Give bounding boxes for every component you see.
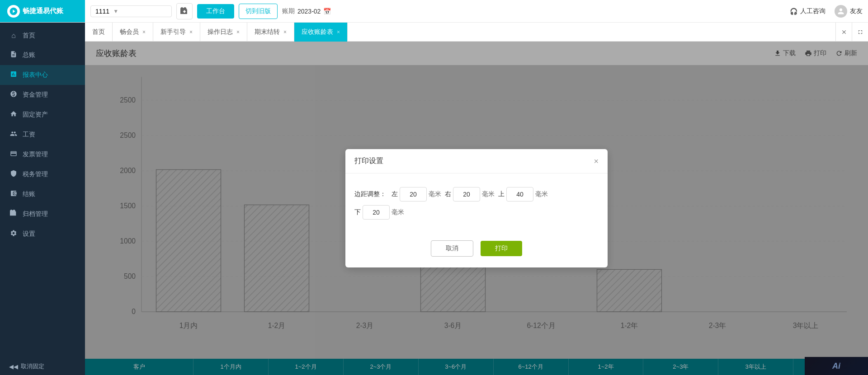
home-icon: ⌂ bbox=[9, 32, 18, 40]
sidebar-item-label: 首页 bbox=[23, 32, 35, 40]
settings-icon bbox=[9, 230, 18, 239]
bottom-label: 下 bbox=[354, 208, 361, 216]
company-name: 1111 bbox=[95, 8, 109, 15]
tab-maximize[interactable] bbox=[852, 23, 868, 42]
dropdown-icon: ▼ bbox=[113, 8, 118, 14]
left-input[interactable] bbox=[400, 187, 427, 202]
sidebar-item-label: 工资 bbox=[23, 131, 35, 139]
period-value: 2023-02 bbox=[297, 8, 321, 15]
reports-icon bbox=[9, 70, 18, 80]
margin-left-group: 左 毫米 bbox=[392, 187, 441, 202]
cancel-button[interactable]: 取消 bbox=[431, 240, 473, 257]
tab-member[interactable]: 畅会员 × bbox=[113, 23, 153, 42]
margin-label: 边距调整： bbox=[354, 190, 386, 198]
tab-bar: 首页 畅会员 × 新手引导 × 操作日志 × 期末结转 × bbox=[85, 23, 868, 42]
user-button[interactable]: 友友 bbox=[835, 5, 863, 18]
sidebar-item-label: 发票管理 bbox=[23, 150, 48, 159]
top-input[interactable] bbox=[506, 187, 533, 202]
tab-aging-close[interactable]: × bbox=[337, 29, 340, 35]
margin-top-group: 上 毫米 bbox=[498, 187, 548, 202]
archive-button[interactable] bbox=[176, 3, 193, 19]
right-label: 右 bbox=[445, 190, 451, 198]
sidebar-item-label: 总账 bbox=[23, 51, 35, 59]
sidebar-item-assets[interactable]: 固定资产 bbox=[0, 105, 85, 125]
sidebar-item-tax[interactable]: 税务管理 bbox=[0, 164, 85, 184]
modal-title: 打印设置 bbox=[354, 156, 383, 166]
company-select[interactable]: 1111 ▼ bbox=[90, 5, 172, 17]
modal-footer: 取消 打印 bbox=[345, 233, 608, 267]
right-input[interactable] bbox=[453, 187, 480, 202]
switch-button[interactable]: 切到旧版 bbox=[239, 4, 278, 19]
tab-aging[interactable]: 应收账龄表 × bbox=[294, 23, 348, 42]
tab-period-end[interactable]: 期末结转 × bbox=[247, 23, 294, 42]
period-info: 账期 2023-02 📅 bbox=[282, 7, 331, 15]
archive-icon bbox=[9, 210, 18, 219]
consult-label: 人工咨询 bbox=[800, 7, 826, 15]
sidebar-item-home[interactable]: ⌂ 首页 bbox=[0, 26, 85, 45]
sidebar-item-reports[interactable]: 报表中心 bbox=[0, 65, 85, 85]
margin-row: 边距调整： 左 毫米 右 毫米 bbox=[354, 187, 599, 220]
sidebar-footer[interactable]: ◀◀ 取消固定 bbox=[0, 358, 85, 375]
tab-member-label: 畅会员 bbox=[120, 28, 139, 36]
content-main: 应收账龄表 下载 打印 刷新 bbox=[85, 42, 868, 375]
sidebar-item-settlement[interactable]: 结账 bbox=[0, 184, 85, 204]
tab-guide-close[interactable]: × bbox=[189, 29, 193, 35]
sidebar: ⌂ 首页 总账 报表中心 bbox=[0, 23, 85, 375]
sidebar-item-label: 固定资产 bbox=[23, 111, 48, 119]
sidebar-item-label: 报表中心 bbox=[23, 71, 48, 79]
tab-guide-label: 新手引导 bbox=[160, 28, 186, 36]
consult-button[interactable]: 🎧 人工咨询 bbox=[790, 7, 826, 15]
calendar-icon[interactable]: 📅 bbox=[323, 8, 331, 15]
left-unit: 毫米 bbox=[429, 190, 441, 198]
tab-period-end-close[interactable]: × bbox=[283, 29, 287, 35]
sidebar-item-settings[interactable]: 设置 bbox=[0, 224, 85, 244]
logo-text: 畅捷通易代账 bbox=[23, 7, 63, 15]
sidebar-nav: ⌂ 首页 总账 报表中心 bbox=[0, 23, 85, 358]
margin-bottom-group: 下 毫米 bbox=[354, 205, 404, 220]
top-unit: 毫米 bbox=[535, 190, 548, 198]
tab-log[interactable]: 操作日志 × bbox=[200, 23, 247, 42]
sidebar-footer-label: 取消固定 bbox=[21, 362, 44, 370]
sidebar-item-label: 设置 bbox=[23, 230, 35, 238]
user-label: 友友 bbox=[850, 7, 863, 15]
sidebar-item-funds[interactable]: 资金管理 bbox=[0, 85, 85, 105]
print-confirm-button[interactable]: 打印 bbox=[481, 241, 522, 256]
avatar bbox=[835, 5, 847, 18]
margin-right-group: 右 毫米 bbox=[445, 187, 495, 202]
sidebar-item-archive[interactable]: 归档管理 bbox=[0, 204, 85, 224]
tab-guide[interactable]: 新手引导 × bbox=[153, 23, 200, 42]
period-label: 账期 bbox=[282, 7, 295, 15]
tab-member-close[interactable]: × bbox=[142, 29, 146, 35]
tab-home[interactable]: 首页 bbox=[85, 23, 113, 42]
top-label: 上 bbox=[498, 190, 505, 198]
sidebar-item-payroll[interactable]: 工资 bbox=[0, 125, 85, 145]
pin-icon: ◀◀ bbox=[9, 363, 18, 370]
payroll-icon bbox=[9, 130, 18, 139]
left-label: 左 bbox=[392, 190, 398, 198]
tab-aging-label: 应收账龄表 bbox=[302, 28, 333, 36]
bottom-input[interactable] bbox=[363, 205, 390, 220]
logo: 畅捷通易代账 bbox=[0, 0, 85, 22]
ledger-icon bbox=[9, 51, 18, 60]
sidebar-item-label: 结账 bbox=[23, 190, 35, 198]
settlement-icon bbox=[9, 190, 18, 199]
workbench-button[interactable]: 工作台 bbox=[197, 4, 234, 19]
funds-icon bbox=[9, 90, 18, 99]
modal-close-button[interactable]: × bbox=[594, 157, 599, 165]
print-settings-modal: 打印设置 × 边距调整： 左 毫米 bbox=[345, 149, 608, 267]
sidebar-item-label: 资金管理 bbox=[23, 91, 48, 99]
assets-icon bbox=[9, 110, 18, 119]
sidebar-item-invoice[interactable]: 发票管理 bbox=[0, 145, 85, 164]
top-right: 🎧 人工咨询 友友 bbox=[790, 5, 863, 18]
sidebar-item-label: 税务管理 bbox=[23, 170, 48, 178]
bottom-unit: 毫米 bbox=[392, 208, 404, 216]
tab-period-end-label: 期末结转 bbox=[255, 28, 280, 36]
sidebar-item-ledger[interactable]: 总账 bbox=[0, 45, 85, 65]
tab-close-all[interactable] bbox=[835, 23, 852, 42]
content-area: 首页 畅会员 × 新手引导 × 操作日志 × 期末结转 × bbox=[85, 23, 868, 375]
right-unit: 毫米 bbox=[482, 190, 495, 198]
tab-log-close[interactable]: × bbox=[236, 29, 240, 35]
invoice-icon bbox=[9, 150, 18, 159]
tab-actions bbox=[835, 23, 868, 42]
modal-header: 打印设置 × bbox=[345, 149, 608, 173]
